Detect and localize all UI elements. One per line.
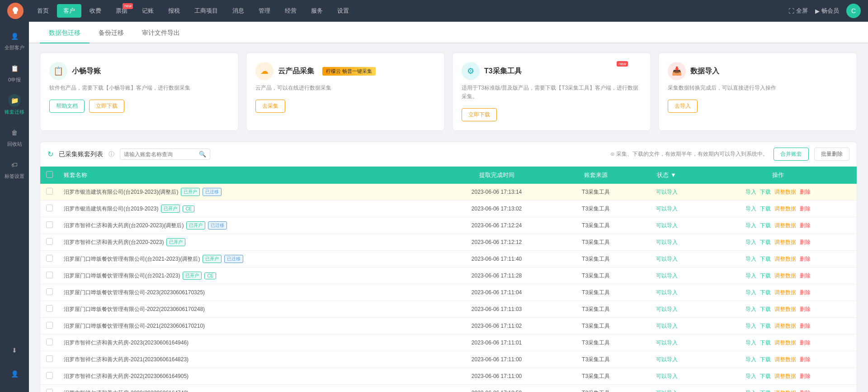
action-调整数据[interactable]: 调整数据: [774, 390, 796, 392]
action-下载[interactable]: 下载: [760, 306, 771, 312]
row-checkbox-3[interactable]: [46, 238, 53, 245]
action-导入[interactable]: 导入: [745, 189, 756, 195]
tag-cloud[interactable]: CE: [204, 272, 216, 279]
data-import-btn[interactable]: 去导入: [668, 100, 698, 113]
action-删除[interactable]: 删除: [800, 289, 811, 296]
nav-settings[interactable]: 设置: [331, 4, 355, 18]
sidebar-item-all-customers[interactable]: 👤 全部客户: [0, 25, 29, 56]
row-checkbox-2[interactable]: [46, 221, 53, 228]
sidebar-item-tag-settings[interactable]: 🏷 标签设置: [0, 154, 29, 184]
row-checkbox-9[interactable]: [46, 339, 53, 345]
row-checkbox-11[interactable]: [46, 372, 53, 379]
action-下载[interactable]: 下载: [760, 189, 771, 195]
member-button[interactable]: ▶ 畅会员: [815, 7, 839, 15]
fullscreen-button[interactable]: ⛶ 全屏: [788, 7, 808, 15]
tag-cloud[interactable]: CE: [183, 206, 194, 212]
row-checkbox-0[interactable]: [46, 188, 53, 195]
nav-customer[interactable]: 客户: [57, 4, 81, 18]
action-导入[interactable]: 导入: [745, 373, 756, 379]
sidebar-item-user[interactable]: 👤: [6, 363, 23, 385]
nav-invoice[interactable]: 票据 new: [109, 4, 134, 18]
cloud-collect-btn[interactable]: 去采集: [255, 100, 285, 113]
row-checkbox-4[interactable]: [46, 255, 53, 262]
action-导入[interactable]: 导入: [745, 256, 756, 262]
action-删除[interactable]: 删除: [800, 256, 811, 262]
action-删除[interactable]: 删除: [800, 356, 811, 363]
header-status[interactable]: 状态 ▼: [634, 167, 699, 184]
action-导入[interactable]: 导入: [745, 323, 756, 329]
row-checkbox-1[interactable]: [46, 205, 53, 211]
action-调整数据[interactable]: 调整数据: [774, 239, 796, 245]
action-调整数据[interactable]: 调整数据: [774, 206, 796, 212]
tab-backup-migrate[interactable]: 备份迁移: [90, 24, 133, 43]
action-删除[interactable]: 删除: [800, 390, 811, 392]
info-icon[interactable]: ⓘ: [108, 150, 114, 158]
refresh-icon[interactable]: ↻: [47, 150, 53, 158]
action-导入[interactable]: 导入: [745, 339, 756, 346]
nav-tax[interactable]: 报税: [162, 4, 186, 18]
action-调整数据[interactable]: 调整数据: [774, 356, 796, 363]
tab-data-package[interactable]: 数据包迁移: [40, 24, 90, 43]
merge-accounts-btn[interactable]: 合并账套: [774, 148, 809, 161]
search-button[interactable]: 🔍: [199, 151, 206, 158]
action-下载[interactable]: 下载: [760, 339, 771, 346]
action-导入[interactable]: 导入: [745, 222, 756, 229]
row-checkbox-5[interactable]: [46, 272, 53, 278]
action-调整数据[interactable]: 调整数据: [774, 339, 796, 346]
action-导入[interactable]: 导入: [745, 306, 756, 312]
action-导入[interactable]: 导入: [745, 356, 756, 363]
action-下载[interactable]: 下载: [760, 356, 771, 363]
action-删除[interactable]: 删除: [800, 239, 811, 245]
action-导入[interactable]: 导入: [745, 239, 756, 245]
action-导入[interactable]: 导入: [745, 390, 756, 392]
action-删除[interactable]: 删除: [800, 222, 811, 229]
action-调整数据[interactable]: 调整数据: [774, 373, 796, 379]
action-删除[interactable]: 删除: [800, 272, 811, 279]
nav-operation[interactable]: 经营: [278, 4, 303, 18]
action-删除[interactable]: 删除: [800, 339, 811, 346]
select-all-checkbox[interactable]: [46, 171, 53, 178]
action-下载[interactable]: 下载: [760, 206, 771, 212]
action-下载[interactable]: 下载: [760, 272, 771, 279]
action-删除[interactable]: 删除: [800, 373, 811, 379]
action-调整数据[interactable]: 调整数据: [774, 222, 796, 229]
row-checkbox-8[interactable]: [46, 322, 53, 329]
user-avatar[interactable]: C: [846, 4, 861, 18]
nav-manage[interactable]: 管理: [252, 4, 277, 18]
sidebar-item-recycle[interactable]: 🗑 回收站: [0, 122, 29, 152]
action-调整数据[interactable]: 调整数据: [774, 272, 796, 279]
action-调整数据[interactable]: 调整数据: [774, 189, 796, 195]
action-调整数据[interactable]: 调整数据: [774, 256, 796, 262]
sidebar-item-zero-report[interactable]: 📋 0申报: [0, 57, 29, 88]
row-checkbox-7[interactable]: [46, 305, 53, 312]
row-checkbox-10[interactable]: [46, 355, 53, 362]
action-下载[interactable]: 下载: [760, 289, 771, 296]
action-导入[interactable]: 导入: [745, 206, 756, 212]
action-导入[interactable]: 导入: [745, 272, 756, 279]
action-调整数据[interactable]: 调整数据: [774, 323, 796, 329]
sidebar-item-account-migrate[interactable]: 📁 账套迁移: [0, 90, 29, 120]
row-checkbox-6[interactable]: [46, 288, 53, 295]
action-删除[interactable]: 删除: [800, 206, 811, 212]
batch-delete-btn[interactable]: 批量删除: [814, 148, 849, 161]
action-调整数据[interactable]: 调整数据: [774, 306, 796, 312]
nav-service[interactable]: 服务: [305, 4, 329, 18]
action-删除[interactable]: 删除: [800, 323, 811, 329]
action-下载[interactable]: 下载: [760, 222, 771, 229]
nav-fee[interactable]: 收费: [83, 4, 108, 18]
nav-message[interactable]: 消息: [226, 4, 250, 18]
action-下载[interactable]: 下载: [760, 373, 771, 379]
row-checkbox-12[interactable]: [46, 389, 53, 392]
sidebar-item-download[interactable]: ⬇: [6, 339, 23, 361]
nav-bookkeeping[interactable]: 记账: [136, 4, 160, 18]
search-input[interactable]: [124, 151, 197, 158]
nav-home[interactable]: 首页: [31, 4, 55, 18]
action-下载[interactable]: 下载: [760, 390, 771, 392]
action-下载[interactable]: 下载: [760, 256, 771, 262]
tab-audit-export[interactable]: 审计文件导出: [133, 24, 189, 43]
action-下载[interactable]: 下载: [760, 323, 771, 329]
nav-business[interactable]: 工商项目: [188, 4, 224, 18]
action-下载[interactable]: 下载: [760, 239, 771, 245]
action-删除[interactable]: 删除: [800, 306, 811, 312]
action-调整数据[interactable]: 调整数据: [774, 289, 796, 296]
